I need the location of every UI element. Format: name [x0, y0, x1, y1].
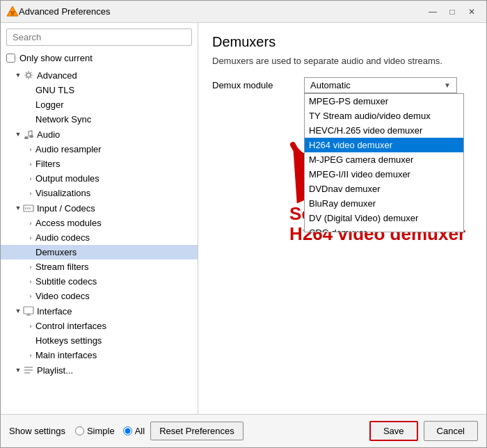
- sidebar-item-input-codecs[interactable]: ▼ Input / Codecs: [1, 200, 198, 216]
- audio-codecs-label: Audio codecs: [35, 232, 90, 243]
- sidebar-item-interface[interactable]: ▼ Interface: [1, 303, 198, 319]
- bottom-buttons: Save Cancel: [369, 421, 478, 441]
- sidebar-item-video-codecs[interactable]: › Video codecs: [1, 289, 198, 303]
- sidebar-item-audio-codecs[interactable]: › Audio codecs: [1, 230, 198, 245]
- sidebar-item-subtitle-codecs[interactable]: › Subtitle codecs: [1, 274, 198, 289]
- dropdown-option-dv[interactable]: DV (Digital Video) demuxer: [305, 211, 463, 225]
- bottom-bar: Show settings Simple All Reset Preferenc…: [1, 414, 486, 447]
- chevron-icon: ›: [26, 145, 35, 154]
- sidebar-item-main-interfaces[interactable]: › Main interfaces: [1, 348, 198, 362]
- dropdown-option-ty-stream[interactable]: TY Stream audio/video demux: [305, 109, 463, 123]
- dropdown-arrow-icon: ▼: [444, 81, 451, 89]
- sidebar-item-playlist[interactable]: ▼ Playlist...: [1, 362, 198, 378]
- only-show-current-row: Only show current: [1, 51, 198, 67]
- dropdown-option-mpeg-iii[interactable]: MPEG-I/II video demuxer: [305, 167, 463, 182]
- demux-module-dropdown[interactable]: Automatic ▼ MPEG-PS demuxer TY Stream au…: [304, 77, 457, 93]
- chevron-icon: ▼: [13, 306, 23, 316]
- dropdown-option-mjpeg[interactable]: M-JPEG camera demuxer: [305, 152, 463, 167]
- chevron-icon: ▼: [13, 129, 23, 139]
- dropdown-display[interactable]: Automatic ▼: [304, 77, 457, 93]
- radio-simple-label[interactable]: Simple: [75, 426, 115, 436]
- sidebar-item-filters[interactable]: › Filters: [1, 157, 198, 171]
- sidebar-item-network-sync[interactable]: Network Sync: [1, 112, 198, 127]
- radio-all-label[interactable]: All: [123, 426, 145, 436]
- reset-preferences-button[interactable]: Reset Preferences: [150, 422, 244, 440]
- radio-simple[interactable]: [75, 426, 84, 435]
- filters-label: Filters: [35, 159, 60, 169]
- output-modules-label: Output modules: [35, 173, 99, 184]
- svg-line-6: [29, 131, 32, 131]
- sidebar-item-logger[interactable]: Logger: [1, 97, 198, 112]
- vlc-icon: [6, 6, 19, 18]
- panel-title: Demuxers: [212, 34, 472, 50]
- maximize-button[interactable]: □: [443, 3, 461, 21]
- chevron-icon: ›: [26, 351, 35, 360]
- svg-rect-7: [24, 205, 33, 211]
- sidebar-item-control-interfaces[interactable]: › Control interfaces: [1, 319, 198, 333]
- sidebar-item-visualizations[interactable]: › Visualizations: [1, 186, 198, 200]
- tree-container[interactable]: ▼ Advanced GNU TLS Logger Network Sync: [1, 67, 198, 414]
- close-button[interactable]: ✕: [463, 3, 481, 21]
- sidebar-item-audio-resampler[interactable]: › Audio resampler: [1, 142, 198, 157]
- main-interfaces-label: Main interfaces: [35, 350, 97, 360]
- search-input[interactable]: [6, 29, 192, 46]
- chevron-icon: ▼: [13, 203, 23, 213]
- chevron-icon: ▼: [13, 365, 23, 375]
- show-settings-label: Show settings: [9, 426, 65, 436]
- panel-description: Demuxers are used to separate audio and …: [212, 56, 472, 66]
- chevron-icon: ▼: [13, 70, 23, 80]
- sidebar-item-gnu-tls[interactable]: GNU TLS: [1, 83, 198, 97]
- sidebar-item-audio[interactable]: ▼ Audio: [1, 127, 198, 142]
- chevron-icon: ›: [26, 233, 35, 243]
- svg-rect-11: [24, 307, 33, 314]
- interface-icon: [23, 305, 34, 317]
- dropdown-option-dvdnav[interactable]: DVDnav demuxer: [305, 182, 463, 196]
- svg-point-5: [29, 135, 33, 138]
- network-sync-label: Network Sync: [35, 114, 91, 125]
- chevron-icon: ›: [26, 159, 35, 169]
- svg-point-3: [26, 73, 31, 77]
- sidebar-item-access-modules[interactable]: › Access modules: [1, 216, 198, 230]
- dropdown-option-cdg[interactable]: CDG demuxer: [305, 225, 463, 232]
- audio-resampler-label: Audio resampler: [35, 144, 102, 154]
- subtitle-codecs-label: Subtitle codecs: [35, 276, 97, 287]
- cancel-button[interactable]: Cancel: [424, 421, 478, 441]
- input-codecs-label: Input / Codecs: [37, 203, 95, 214]
- dropdown-option-hevc[interactable]: HEVC/H.265 video demuxer: [305, 123, 463, 138]
- interface-label: Interface: [37, 306, 72, 317]
- sidebar-item-output-modules[interactable]: › Output modules: [1, 171, 198, 186]
- dropdown-list[interactable]: MPEG-PS demuxer TY Stream audio/video de…: [304, 93, 464, 232]
- chevron-icon: ›: [26, 189, 35, 198]
- audio-label: Audio: [37, 129, 60, 140]
- dropdown-option-bluray[interactable]: BluRay demuxer: [305, 196, 463, 211]
- sidebar-item-advanced[interactable]: ▼ Advanced: [1, 67, 198, 83]
- stream-filters-label: Stream filters: [35, 262, 89, 272]
- sidebar-item-demuxers[interactable]: Demuxers: [1, 245, 198, 259]
- radio-simple-text: Simple: [87, 426, 115, 436]
- radio-group: Simple All: [75, 426, 145, 436]
- chevron-icon: ›: [26, 291, 35, 301]
- window-title: Advanced Preferences: [19, 6, 424, 17]
- demuxers-label: Demuxers: [35, 247, 77, 257]
- dropdown-option-h264[interactable]: H264 video demuxer: [305, 138, 463, 152]
- input-icon: [23, 202, 34, 214]
- minimize-button[interactable]: —: [424, 3, 442, 21]
- dropdown-selected-value: Automatic: [310, 80, 351, 90]
- advanced-label: Advanced: [37, 70, 77, 81]
- visualizations-label: Visualizations: [35, 188, 90, 198]
- dropdown-option-mpeg-ps[interactable]: MPEG-PS demuxer: [305, 94, 463, 109]
- radio-all[interactable]: [123, 426, 132, 435]
- only-show-current-checkbox[interactable]: [6, 54, 15, 63]
- chevron-icon: ›: [26, 321, 35, 331]
- sidebar-item-hotkeys-settings[interactable]: Hotkeys settings: [1, 333, 198, 348]
- sidebar-item-stream-filters[interactable]: › Stream filters: [1, 259, 198, 274]
- titlebar-buttons: — □ ✕: [424, 3, 481, 21]
- chevron-icon: ›: [26, 262, 35, 272]
- chevron-icon: ›: [26, 174, 35, 184]
- logger-label: Logger: [35, 99, 63, 110]
- save-button[interactable]: Save: [369, 421, 418, 441]
- access-modules-label: Access modules: [35, 218, 102, 228]
- music-icon: [23, 129, 34, 140]
- playlist-label: Playlist...: [37, 365, 73, 376]
- left-panel: Only show current ▼ Advanced GNU TLS Log…: [1, 23, 198, 414]
